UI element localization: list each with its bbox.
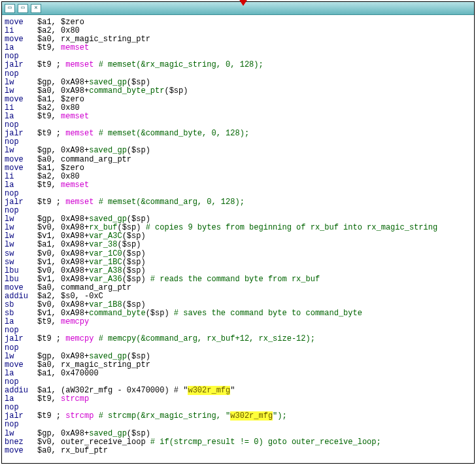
mnemonic: sw <box>5 258 37 267</box>
mnemonic: lw <box>5 353 37 361</box>
asm-line[interactable]: jalr$t9 ; strcmp # strcmp(&rx_magic_stri… <box>5 412 474 421</box>
operands: $t9, memcpy <box>37 318 89 326</box>
mnemonic: move <box>5 164 37 173</box>
operands: $t9, strcmp <box>37 395 89 404</box>
comment: # if(strcmp_result != 0) goto outer_rece… <box>150 438 381 447</box>
window-titlebar: ▭ ▭ ✕ <box>2 2 474 15</box>
entry-marker <box>239 0 247 6</box>
mnemonic: lw <box>5 87 37 95</box>
comment: # reads the command byte from rx_buf <box>150 275 320 284</box>
mnemonic: nop <box>5 344 37 353</box>
mnemonic: la <box>5 370 37 378</box>
mnemonic: nop <box>5 70 37 78</box>
operands: $t9 ; memset # memset(&command_byte, 0, … <box>37 129 249 138</box>
mnemonic: move <box>5 361 37 370</box>
mnemonic: nop <box>5 421 37 429</box>
operands: $t9, memset <box>37 112 89 121</box>
mnemonic: move <box>5 95 37 104</box>
window-button-2[interactable]: ▭ <box>18 4 28 13</box>
operands: $t9 ; memset # memset(&command_arg, 0, 1… <box>37 198 245 207</box>
mnemonic: move <box>5 156 37 164</box>
asm-line[interactable]: la$t9, memset <box>5 181 474 190</box>
operands: $t9 ; memcpy # memcpy(&command_arg, rx_b… <box>37 335 315 343</box>
comment: # copies 9 bytes from beginning of rx_bu… <box>146 223 437 232</box>
operands: $t9 ; strcmp # strcmp(&rx_magic_string, … <box>37 412 287 421</box>
comment: # memcpy(&command_arg, rx_buf+12, rx_siz… <box>99 334 315 343</box>
comment: # memset(&command_byte, 0, 128); <box>99 129 249 138</box>
mnemonic: jalr <box>5 61 37 69</box>
window-button-1[interactable]: ▭ <box>5 4 15 13</box>
operands: $a1, 0x470000 <box>37 370 99 378</box>
disassembly-view[interactable]: move$a1, $zeroli$a2, 0x80move$a0, rx_mag… <box>2 15 474 463</box>
asm-line[interactable]: jalr$t9 ; memset # memset(&command_arg, … <box>5 198 474 207</box>
mnemonic: sw <box>5 250 37 258</box>
operands: $a0, rx_buf_ptr <box>37 447 108 455</box>
mnemonic: bnez <box>5 438 37 447</box>
mnemonic: lw <box>5 241 37 249</box>
comment: # memset(&rx_magic_string, 0, 128); <box>99 60 264 69</box>
asm-line[interactable]: jalr$t9 ; memcpy # memcpy(&command_arg, … <box>5 335 474 343</box>
mnemonic: lbu <box>5 275 37 284</box>
mnemonic: li <box>5 173 37 181</box>
operands: $t9, memset <box>37 44 89 52</box>
asm-line[interactable]: la$t9, strcmp <box>5 395 474 404</box>
comment: # saves the command byte to command_byte <box>174 309 362 318</box>
mnemonic: lw <box>5 430 37 438</box>
asm-line[interactable]: jalr$t9 ; memset # memset(&rx_magic_stri… <box>5 61 474 69</box>
mnemonic: move <box>5 447 37 455</box>
mnemonic: lbu <box>5 267 37 275</box>
operands: $t9, memset <box>37 181 89 190</box>
mnemonic: nop <box>5 190 37 198</box>
mnemonic: lw <box>5 78 37 87</box>
asm-line[interactable]: la$t9, memset <box>5 112 474 121</box>
comment: # memset(&command_arg, 0, 128); <box>99 198 245 207</box>
mnemonic: jalr <box>5 335 37 343</box>
asm-line[interactable]: la$a1, 0x470000 <box>5 370 474 378</box>
asm-line[interactable]: jalr$t9 ; memset # memset(&command_byte,… <box>5 129 474 138</box>
window-button-3[interactable]: ✕ <box>31 4 41 13</box>
mnemonic: lw <box>5 146 37 155</box>
asm-line[interactable]: move$a0, rx_buf_ptr <box>5 447 474 455</box>
asm-line[interactable]: la$t9, memset <box>5 44 474 52</box>
asm-line[interactable]: la$t9, memcpy <box>5 318 474 326</box>
operands: $t9 ; memset # memset(&rx_magic_string, … <box>37 61 264 69</box>
mnemonic: la <box>5 181 37 190</box>
